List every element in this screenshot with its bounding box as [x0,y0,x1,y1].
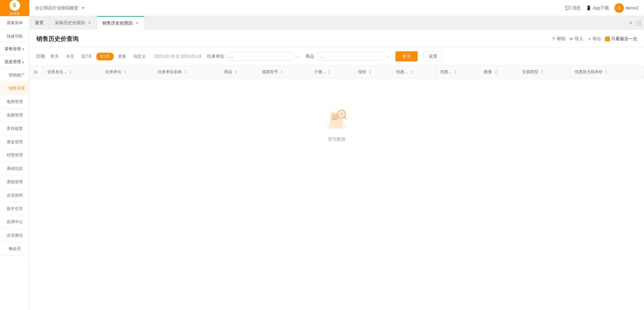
tabbar-actions: ✕ ⬜ [629,20,644,25]
date-label: 日期 [36,53,45,59]
th-pretax-price[interactable]: 优惠前无税单价 ▲▼ [570,66,644,79]
logo[interactable]: 6 标准版 [0,0,29,16]
import-icon: ⟳ [570,37,573,42]
sidebar-item-sales-mgr[interactable]: 销售管理 [0,82,29,95]
date-options: 昨天 今天 近7天 近1月 更多 自定义 [48,53,149,60]
sort-business-date-icon: ▲▼ [69,69,72,75]
tab-sales-close[interactable]: ✕ [136,21,139,25]
date-1month[interactable]: 近1月 [96,53,114,60]
sidebar-item-apps[interactable]: 应用中心 [0,215,29,228]
sort-trade-type-icon: ▲▼ [541,69,543,75]
sort-quote-icon: ▲▼ [369,69,371,75]
sidebar-item-retail[interactable]: 零售管理 ▼ [0,43,29,56]
last-only-checkbox[interactable]: ✓ 只看最后一次 [605,36,637,42]
close-all-button[interactable]: ✕ [629,20,633,25]
download-icon: 📱 [586,5,591,10]
export-icon: ↗ [587,37,591,42]
tab-purchase[interactable]: 采购历史价跟踪 ✕ [49,16,97,30]
tabbar: 首页 采购历史价跟踪 ✕ 销售历史价跟踪 ✕ ✕ ⬜ [30,16,644,30]
sidebar-item-wechat[interactable]: 企业微信 [0,228,29,242]
import-button[interactable]: ⟳ 导入 [570,36,583,42]
date-yesterday[interactable]: 昨天 [48,53,62,60]
goods-input[interactable] [317,52,384,60]
th-settings[interactable]: ⚙ [30,66,43,79]
main-area: 办公用品行业模拟账套 ▼ 💬 消息 📱 App下载 D demo2 首页 [30,0,644,310]
sidebar-item-collab[interactable]: 企业协同 [0,189,29,202]
sidebar-item-finance[interactable]: 资金管理 [0,135,29,149]
sidebar-item-basic[interactable]: 基础信息 [0,162,29,175]
message-button[interactable]: 💬 消息 [565,5,581,11]
svg-line-7 [344,117,346,119]
content: 销售历史价查询 ？ 帮助 ⟳ 导入 ↗ 导出 ✓ 只 [30,30,644,310]
th-discount2[interactable]: 优惠... ▲▼ [436,66,480,79]
date-7days[interactable]: 近7天 [78,53,95,60]
table-settings-icon[interactable]: ⚙ [34,69,38,75]
app-download-button[interactable]: 📱 App下载 [586,5,609,11]
topbar-left: 办公用品行业模拟账套 ▼ [35,5,85,11]
user-profile[interactable]: D demo2 [614,3,639,13]
table-container: ⚙ 业务发生... ▲▼ 往来单位 ▲▼ 往来单位名称 ▲▼ [30,66,644,310]
svg-rect-3 [332,117,339,118]
th-spec[interactable]: 规格型号 ▲▼ [258,66,310,79]
goods-label: 商品 [306,53,314,59]
goods-ellipsis[interactable]: ··· [387,54,390,59]
goods-filter-group: 商品 ··· [306,52,390,60]
sidebar-item-guide[interactable]: 新手引导 [0,202,29,215]
partner-filter-group: 往来单位 ··· [207,52,300,60]
th-quote[interactable]: 报价 ▲▼ [354,66,392,79]
settings-button[interactable]: 设置 [423,51,443,61]
sort-unit-icon: ▲▼ [328,69,331,75]
date-more[interactable]: 更多 [115,53,129,60]
logo-initial: 6 [13,2,16,8]
avatar: D [614,3,624,13]
th-goods[interactable]: 商品 ▲▼ [220,66,258,79]
sidebar-menu: 搜索菜单 快捷导航 零售管理 ▼ 批发管理 ▲ 营销推广 销售管理 电商管理 采 [0,16,29,310]
th-partner-code[interactable]: 往来单位 ▲▼ [101,66,153,79]
sidebar-item-marketing[interactable]: 营销推广 [0,68,29,82]
date-custom[interactable]: 自定义 [130,53,149,60]
th-partner-name[interactable]: 往来单位名称 ▲▼ [153,66,220,79]
sort-discount2-icon: ▲▼ [454,69,457,75]
sidebar-item-inventory[interactable]: 库存核算 [0,122,29,135]
search-button[interactable]: 查询 [395,51,418,61]
sidebar-item-ecom[interactable]: 电商管理 [0,95,29,108]
help-button[interactable]: ？ 帮助 [551,36,566,42]
sidebar-item-search[interactable]: 搜索菜单 [0,16,29,30]
th-trade-type[interactable]: 交易类型 ▲▼ [518,66,570,79]
date-today[interactable]: 今天 [63,53,77,60]
page-header: 销售历史价查询 ？ 帮助 ⟳ 导入 ↗ 导出 ✓ 只 [30,30,644,47]
tab-home[interactable]: 首页 [30,16,49,30]
partner-input[interactable] [227,52,294,60]
partner-ellipsis[interactable]: ··· [297,54,300,59]
wholesale-arrow-icon: ▲ [21,60,25,64]
sidebar-item-member[interactable]: 畅会员 [0,242,29,255]
data-table: ⚙ 业务发生... ▲▼ 往来单位 ▲▼ 往来单位名称 ▲▼ [30,66,644,79]
sidebar-item-ops[interactable]: 经营管理 [0,148,29,162]
filter-row: 日期 昨天 今天 近7天 近1月 更多 自定义 2023-02-18 至 202… [36,51,637,61]
th-discount1[interactable]: 优惠... ▲▼ [392,66,436,79]
empty-state: 暂无数据 [30,79,644,169]
date-range-display: 2023-02-18 至 2023-03-18 [154,54,201,59]
topbar-dropdown-icon[interactable]: ▼ [81,6,85,10]
empty-text: 暂无数据 [328,136,345,142]
sidebar-item-shortcut[interactable]: 快捷导航 [0,30,29,43]
th-business-date[interactable]: 业务发生... ▲▼ [43,66,101,79]
sort-quantity-icon: ▲▼ [495,69,497,75]
topbar: 办公用品行业模拟账套 ▼ 💬 消息 📱 App下载 D demo2 [30,0,644,16]
th-unit[interactable]: 计量... ▲▼ [310,66,354,79]
tab-purchase-close[interactable]: ✕ [88,20,91,25]
page-title: 销售历史价查询 [36,35,78,43]
partner-label: 往来单位 [207,53,224,59]
logo-icon: 6 [9,0,20,11]
sort-discount1-icon: ▲▼ [410,69,413,75]
tab-sales[interactable]: 销售历史价跟踪 ✕ [97,16,145,30]
logo-text: 标准版 [10,11,20,16]
sidebar-item-purchase[interactable]: 采购管理 [0,108,29,122]
export-button[interactable]: ↗ 导出 [587,36,601,42]
retail-arrow-icon: ▼ [21,47,25,51]
sort-spec-icon: ▲▼ [281,69,283,75]
maximize-button[interactable]: ⬜ [636,20,641,25]
sidebar-item-system[interactable]: 系统管理 [0,175,29,189]
th-quantity[interactable]: 数量 ▲▼ [480,66,518,79]
sidebar-item-wholesale[interactable]: 批发管理 ▲ [0,56,29,68]
